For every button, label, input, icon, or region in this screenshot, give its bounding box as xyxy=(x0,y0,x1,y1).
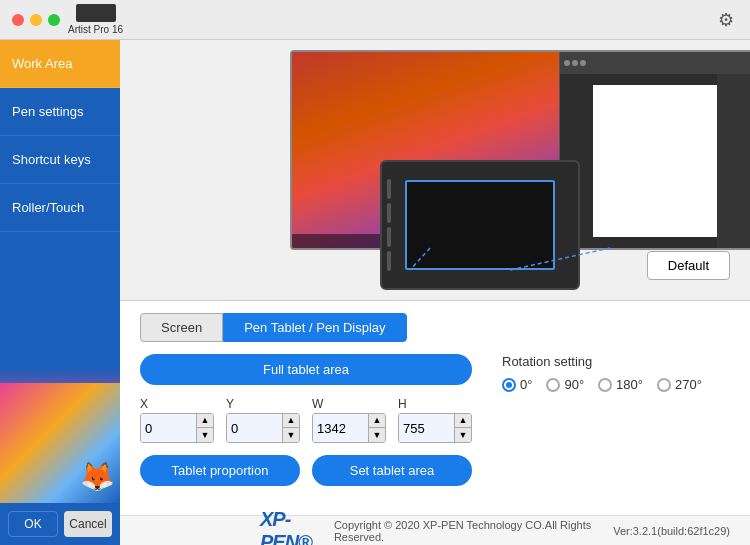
controls-area: Screen Pen Tablet / Pen Display Full tab… xyxy=(120,300,750,515)
h-input[interactable] xyxy=(399,414,454,442)
y-label: Y xyxy=(226,397,234,411)
minimize-button[interactable] xyxy=(30,14,42,26)
title-bar: Artist Pro 16 ⚙ xyxy=(0,0,750,40)
x-input-wrap: ▲ ▼ xyxy=(140,413,214,443)
h-spinners: ▲ ▼ xyxy=(454,414,471,442)
h-label: H xyxy=(398,397,407,411)
sidebar-item-work-area[interactable]: Work Area xyxy=(0,40,120,88)
tablet-btn-4 xyxy=(387,251,391,271)
sidebar-action-buttons: OK Cancel xyxy=(0,503,120,545)
tablet-screen xyxy=(405,180,555,270)
set-tablet-area-button[interactable]: Set tablet area xyxy=(312,455,472,486)
radio-270 xyxy=(657,378,671,392)
y-increment[interactable]: ▲ xyxy=(283,414,299,428)
x-label: X xyxy=(140,397,148,411)
tablet-mockup xyxy=(380,160,580,290)
w-field: W ▲ ▼ xyxy=(312,397,386,443)
y-input-wrap: ▲ ▼ xyxy=(226,413,300,443)
tab-bar: Screen Pen Tablet / Pen Display xyxy=(140,313,730,342)
w-input-wrap: ▲ ▼ xyxy=(312,413,386,443)
tab-screen[interactable]: Screen xyxy=(140,313,223,342)
h-increment[interactable]: ▲ xyxy=(455,414,471,428)
xywh-row: X ▲ ▼ Y xyxy=(140,397,472,443)
w-input[interactable] xyxy=(313,414,368,442)
monitor-right-pane xyxy=(559,52,750,248)
right-controls: Rotation setting 0° 90° xyxy=(502,354,730,392)
tablet-btn-1 xyxy=(387,179,391,199)
device-info: Artist Pro 16 xyxy=(68,4,123,35)
maximize-button[interactable] xyxy=(48,14,60,26)
controls-row: Full tablet area X ▲ ▼ xyxy=(140,354,730,486)
y-spinners: ▲ ▼ xyxy=(282,414,299,442)
w-decrement[interactable]: ▼ xyxy=(369,428,385,442)
h-decrement[interactable]: ▼ xyxy=(455,428,471,442)
x-spinners: ▲ ▼ xyxy=(196,414,213,442)
xp-pen-logo: XP-PEN® xyxy=(260,508,334,546)
footer-copyright: Copyright © 2020 XP-PEN Technology CO.Al… xyxy=(334,519,613,543)
sidebar-item-pen-settings[interactable]: Pen settings xyxy=(0,88,120,136)
toolbar-dot-3 xyxy=(580,60,586,66)
default-button[interactable]: Default xyxy=(647,251,730,280)
tab-pen-tablet[interactable]: Pen Tablet / Pen Display xyxy=(223,313,406,342)
sidebar-item-roller-touch[interactable]: Roller/Touch xyxy=(0,184,120,232)
rotation-option-180[interactable]: 180° xyxy=(598,377,643,392)
w-spinners: ▲ ▼ xyxy=(368,414,385,442)
footer: XP-PEN® Copyright © 2020 XP-PEN Technolo… xyxy=(120,515,750,545)
app-panel xyxy=(717,74,750,248)
footer-version: Ver:3.2.1(build:62f1c29) xyxy=(613,525,730,537)
rotation-option-90[interactable]: 90° xyxy=(546,377,584,392)
tablet-btn-3 xyxy=(387,227,391,247)
h-field: H ▲ ▼ xyxy=(398,397,472,443)
content-area: Default Screen Pen Tablet / Pen Display … xyxy=(120,40,750,545)
sidebar: Work Area Pen settings Shortcut keys Rol… xyxy=(0,40,120,545)
w-label: W xyxy=(312,397,323,411)
left-controls: Full tablet area X ▲ ▼ xyxy=(140,354,472,486)
x-field: X ▲ ▼ xyxy=(140,397,214,443)
gear-icon[interactable]: ⚙ xyxy=(718,9,734,31)
device-icon xyxy=(76,4,116,22)
bottom-buttons: Tablet proportion Set tablet area xyxy=(140,455,472,486)
radio-180 xyxy=(598,378,612,392)
radio-90 xyxy=(546,378,560,392)
device-name: Artist Pro 16 xyxy=(68,24,123,35)
tablet-side-buttons xyxy=(387,179,391,271)
x-increment[interactable]: ▲ xyxy=(197,414,213,428)
h-input-wrap: ▲ ▼ xyxy=(398,413,472,443)
radio-0-inner xyxy=(506,382,512,388)
visualization-area: Default xyxy=(120,40,750,300)
w-increment[interactable]: ▲ xyxy=(369,414,385,428)
rotation-option-0[interactable]: 0° xyxy=(502,377,532,392)
y-decrement[interactable]: ▼ xyxy=(283,428,299,442)
app-toolbar xyxy=(560,52,750,74)
traffic-lights xyxy=(12,14,60,26)
full-tablet-area-button[interactable]: Full tablet area xyxy=(140,354,472,385)
x-decrement[interactable]: ▼ xyxy=(197,428,213,442)
y-input[interactable] xyxy=(227,414,282,442)
rotation-options: 0° 90° 180° 270° xyxy=(502,377,730,392)
ok-button[interactable]: OK xyxy=(8,511,58,537)
rotation-label: Rotation setting xyxy=(502,354,730,369)
toolbar-dot-2 xyxy=(572,60,578,66)
tablet-proportion-button[interactable]: Tablet proportion xyxy=(140,455,300,486)
close-button[interactable] xyxy=(12,14,24,26)
rotation-option-270[interactable]: 270° xyxy=(657,377,702,392)
main-layout: Work Area Pen settings Shortcut keys Rol… xyxy=(0,40,750,545)
tablet-btn-2 xyxy=(387,203,391,223)
x-input[interactable] xyxy=(141,414,196,442)
y-field: Y ▲ ▼ xyxy=(226,397,300,443)
sidebar-item-shortcut-keys[interactable]: Shortcut keys xyxy=(0,136,120,184)
cancel-button[interactable]: Cancel xyxy=(64,511,112,537)
radio-0-outer xyxy=(502,378,516,392)
toolbar-dot-1 xyxy=(564,60,570,66)
